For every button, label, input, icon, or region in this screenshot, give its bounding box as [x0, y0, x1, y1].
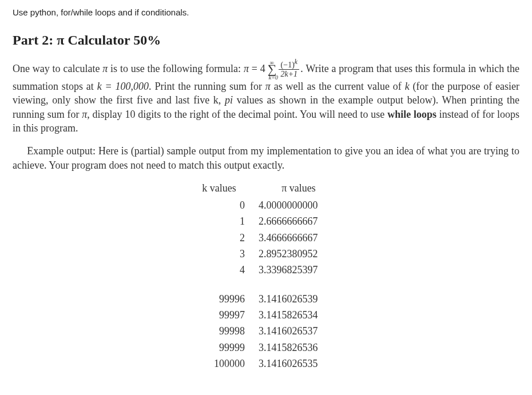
v-cell: 3.1416026539 — [252, 291, 346, 307]
table-row: 23.4666666667 — [186, 230, 346, 246]
k-stop: k = 100,000 — [97, 81, 149, 92]
numerator-exp: k — [295, 58, 297, 66]
text: is to use the following formula: — [108, 63, 244, 74]
k-cell: 4 — [186, 262, 252, 278]
paragraph-2: Example output: Here is (partial) sample… — [13, 144, 519, 172]
k-cell: 99998 — [186, 323, 252, 339]
pi-symbol: π — [82, 109, 87, 120]
k-cell: 2 — [186, 230, 252, 246]
pi-symbol: π — [244, 63, 249, 74]
pi-var: pi — [225, 94, 233, 106]
top-instruction: Use python, for/while loops and if condi… — [13, 7, 519, 18]
v-cell: 3.3396825397 — [252, 262, 346, 278]
table-row: 12.6666666667 — [186, 213, 346, 229]
text: , display 10 digits to the right of the … — [87, 109, 387, 120]
table-row: 999993.1415826536 — [186, 340, 346, 356]
table-row: 999983.1416026537 — [186, 323, 346, 339]
text: . Print the running sum for — [149, 81, 265, 92]
part-heading: Part 2: π Calculator 50% — [13, 31, 519, 49]
table-row: 999963.1416026539 — [186, 291, 346, 307]
table-row: 43.3396825397 — [186, 262, 346, 278]
v-cell: 4.0000000000 — [252, 197, 346, 213]
numerator: (−1) — [281, 60, 295, 69]
text: = 4 — [249, 63, 265, 74]
k-cell: 100000 — [186, 356, 252, 372]
header-k: k values — [186, 180, 252, 197]
paragraph-1: One way to calculate π is to use the fol… — [13, 60, 519, 135]
pi-symbol: π — [265, 81, 271, 92]
k-cell: 99999 — [186, 340, 252, 356]
k-cell: 99997 — [186, 307, 252, 323]
header-pi: π values — [252, 180, 346, 197]
table-row: 999973.1415826534 — [186, 307, 346, 323]
k-cell: 1 — [186, 213, 252, 229]
denominator: 2k+1 — [279, 70, 299, 78]
table-row: 1000003.1416026535 — [186, 356, 346, 372]
sum-upper: ∞ — [270, 59, 274, 67]
fraction: (−1)k2k+1 — [279, 59, 299, 78]
table-row: 32.8952380952 — [186, 246, 346, 262]
table-header-row: k values π values — [186, 180, 346, 197]
table-row: 04.0000000000 — [186, 197, 346, 213]
k-cell: 3 — [186, 246, 252, 262]
v-cell: 3.1415826534 — [252, 307, 346, 323]
k-cell: 99996 — [186, 291, 252, 307]
v-cell: 2.8952380952 — [252, 246, 346, 262]
while-loops-bold: while loops — [387, 109, 436, 120]
k-var: k — [405, 81, 410, 92]
gap-row — [186, 278, 346, 291]
text: as well as the current value of — [271, 81, 405, 92]
pi-symbol: π — [102, 63, 108, 74]
v-cell: 3.1416026537 — [252, 323, 346, 339]
v-cell: 3.1415826536 — [252, 340, 346, 356]
text: One way to calculate — [13, 63, 102, 74]
v-cell: 3.1416026535 — [252, 356, 346, 372]
formula: π = 4∞∑k=0(−1)k2k+1 — [244, 63, 300, 74]
summation-symbol: ∞∑k=0 — [268, 63, 277, 77]
v-cell: 3.4666666667 — [252, 230, 346, 246]
output-table: k values π values 04.0000000000 12.66666… — [186, 180, 346, 372]
sum-lower: k=0 — [269, 74, 278, 82]
k-cell: 0 — [186, 197, 252, 213]
v-cell: 2.6666666667 — [252, 213, 346, 229]
